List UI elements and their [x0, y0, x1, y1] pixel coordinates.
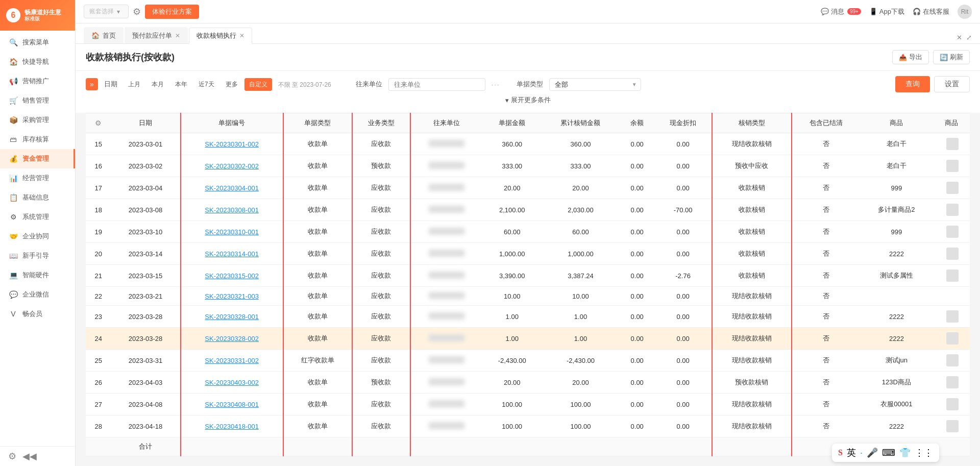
expand-more-conditions[interactable]: ▾ 展开更多条件	[86, 92, 970, 108]
table-cell-product2	[933, 372, 970, 394]
sidebar-item-base[interactable]: 📋基础信息	[0, 188, 75, 207]
bill-type-select[interactable]: 全部 收款单 红字收款单	[549, 78, 641, 91]
table-cell-amount: 100.00	[482, 394, 542, 415]
table-cell-balance: 0.00	[620, 306, 654, 328]
table-area: ⚙ 日期 单据编号 单据类型 业务类型 往来单位 单据金额 累计核销金额 余额 …	[76, 113, 980, 466]
table-cell-date: 2023-03-28	[111, 328, 181, 350]
tab-pre-payment-close[interactable]: ✕	[175, 32, 180, 39]
bill-no-link[interactable]: SK-20230328-001	[205, 313, 259, 321]
bill-no-link[interactable]: SK-20230403-002	[205, 379, 259, 386]
table-cell-seq: 28	[86, 415, 111, 437]
table-cell-included: 否	[792, 243, 860, 265]
table-cell-product2	[933, 415, 970, 437]
table-cell-bill-no: SK-20230328-001	[181, 306, 283, 328]
tab-expand-icon[interactable]: ⤢	[966, 34, 972, 41]
app-download-item[interactable]: 📱 App下载	[869, 7, 904, 16]
date-btn-this-year[interactable]: 本年	[170, 78, 192, 91]
bill-no-link[interactable]: SK-20230314-001	[205, 250, 259, 258]
base-icon: 📋	[8, 193, 18, 202]
bill-no-link[interactable]: SK-20230328-002	[205, 335, 259, 342]
bill-no-link[interactable]: SK-20230418-001	[205, 423, 259, 430]
total-row-cell	[86, 437, 111, 456]
bill-no-link[interactable]: SK-20230302-002	[205, 162, 259, 170]
col-settings-header[interactable]: ⚙	[86, 113, 111, 133]
settings-gear-icon[interactable]: ⚙	[133, 6, 141, 17]
sidebar-logo: 6 畅康道好生意 标准版	[0, 0, 75, 31]
solution-button[interactable]: 体验行业方案	[145, 5, 199, 19]
table-cell-bill-type: 收款单	[283, 287, 352, 306]
refresh-button[interactable]: 🔄 刷新	[933, 50, 970, 64]
table-cell-partner	[410, 415, 483, 437]
sidebar-item-inventory[interactable]: 🗃库存核算	[0, 130, 75, 149]
bill-no-link[interactable]: SK-20230321-003	[205, 292, 259, 300]
sidebar-item-sales[interactable]: 🛒销售管理	[0, 91, 75, 110]
table-cell-verify-type: 现结收款核销	[712, 328, 792, 350]
table-cell-seq: 16	[86, 155, 111, 177]
sidebar-item-guide[interactable]: 📖新手引导	[0, 246, 75, 265]
sidebar-item-wechat[interactable]: 💬企业微信	[0, 285, 75, 304]
partner-dots[interactable]: ···	[492, 81, 500, 88]
sales-icon: 🛒	[8, 96, 18, 105]
sidebar-item-purchase[interactable]: 📦采购管理	[0, 110, 75, 130]
date-btn-last-month[interactable]: 上月	[124, 78, 145, 91]
table-cell-balance: 0.00	[620, 350, 654, 372]
sidebar-item-search[interactable]: 🔍搜索菜单	[0, 33, 75, 52]
date-btn-7days[interactable]: 近7天	[194, 78, 219, 91]
date-btn-this-month[interactable]: 本月	[147, 78, 168, 91]
bill-no-link[interactable]: SK-20230310-001	[205, 228, 259, 236]
table-cell-bill-no: SK-20230328-002	[181, 328, 283, 350]
query-button[interactable]: 查询	[895, 76, 930, 92]
bill-no-link[interactable]: SK-20230331-002	[205, 357, 259, 364]
sidebar-item-label-guide: 新手引导	[22, 251, 49, 260]
table-cell-verify-type: 收款核销	[712, 177, 792, 199]
table-cell-partner	[410, 350, 483, 372]
table-cell-bill-no: SK-20230418-001	[181, 415, 283, 437]
table-cell-product1: 测试多属性	[860, 265, 934, 287]
bill-no-link[interactable]: SK-20230408-001	[205, 401, 259, 408]
app-subtitle: 标准版	[24, 16, 61, 22]
table-cell-bill-no: SK-20230302-002	[181, 155, 283, 177]
headset-icon: 🎧	[913, 8, 921, 15]
sidebar-item-enterprise[interactable]: 🤝企业协同	[0, 227, 75, 246]
ime-icon4: ⌨	[882, 447, 895, 458]
tab-payment-verify-close[interactable]: ✕	[239, 32, 244, 39]
table-cell-seq: 24	[86, 328, 111, 350]
sidebar: 6 畅康道好生意 标准版 🔍搜索菜单🏠快捷导航📢营销推广🛒销售管理📦采购管理🗃库…	[0, 0, 76, 466]
filter-settings-button[interactable]: 设置	[934, 76, 970, 92]
filter-toggle-button[interactable]: »	[86, 78, 98, 90]
table-cell-amount: 1,000.00	[482, 243, 542, 265]
table-cell-included: 否	[792, 133, 860, 155]
partner-input[interactable]	[388, 78, 485, 91]
collapse-icon[interactable]: ◀◀	[22, 451, 37, 462]
sidebar-item-quick-nav[interactable]: 🏠快捷导航	[0, 52, 75, 71]
sidebar-item-marketing[interactable]: 📢营销推广	[0, 71, 75, 91]
account-selector[interactable]: 账套选择 ▾	[84, 5, 129, 18]
table-cell-product1: 多计量商品2	[860, 199, 934, 221]
bill-no-link[interactable]: SK-20230304-001	[205, 184, 259, 192]
table-cell-amount: 1.00	[482, 306, 542, 328]
date-btn-more[interactable]: 更多	[221, 78, 242, 91]
message-item[interactable]: 💬 消息 99+	[821, 7, 861, 16]
sidebar-item-finance[interactable]: 💰资金管理	[0, 149, 75, 168]
tab-pre-payment[interactable]: 预付款应付单 ✕	[125, 27, 188, 43]
bill-no-link[interactable]: SK-20230315-002	[205, 272, 259, 280]
tab-close-all-icon[interactable]: ✕	[957, 34, 962, 41]
table-cell-balance: 0.00	[620, 265, 654, 287]
sidebar-item-member[interactable]: V畅会员	[0, 304, 75, 324]
date-btn-custom[interactable]: 自定义	[244, 78, 272, 91]
table-cell-biz-type: 应收款	[352, 265, 410, 287]
online-service-item[interactable]: 🎧 在线客服	[913, 7, 949, 16]
table-cell-included: 否	[792, 287, 860, 306]
bill-no-link[interactable]: SK-20230308-001	[205, 206, 259, 214]
bill-no-link[interactable]: SK-20230301-002	[205, 140, 259, 148]
tab-payment-verify[interactable]: 收款核销执行 ✕	[189, 28, 252, 44]
settings-icon[interactable]: ⚙	[8, 451, 16, 462]
export-button[interactable]: 📤 导出	[892, 50, 929, 64]
sidebar-item-system[interactable]: ⚙系统管理	[0, 207, 75, 227]
user-avatar[interactable]: Rit	[958, 5, 972, 19]
sidebar-item-hardware[interactable]: 💻智能硬件	[0, 265, 75, 285]
tab-home[interactable]: 🏠 首页	[84, 27, 124, 43]
app-title: 畅康道好生意	[24, 9, 61, 16]
table-cell-discount: -70.00	[654, 199, 712, 221]
sidebar-item-operations[interactable]: 📊经营管理	[0, 168, 75, 188]
